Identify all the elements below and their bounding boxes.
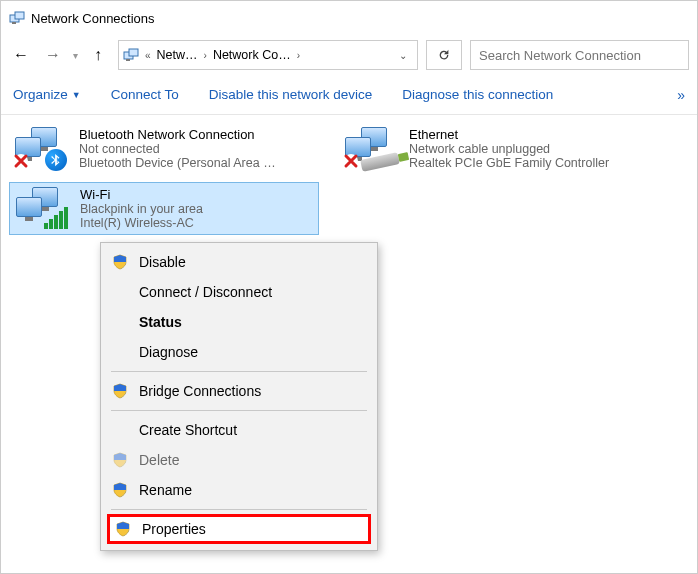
breadcrumb-seg-network[interactable]: Netw… [155,48,200,62]
diagnose-label: Diagnose this connection [402,87,553,102]
up-button[interactable]: ↑ [86,41,110,69]
ctx-status[interactable]: Status [101,307,377,337]
connection-status: Blackpink in your area [80,202,312,216]
organize-menu[interactable]: Organize ▼ [13,87,81,102]
connect-to-button[interactable]: Connect To [111,87,179,102]
shield-icon [111,451,129,469]
dropdown-icon: ▼ [72,90,81,100]
diagnose-connection-button[interactable]: Diagnose this connection [402,87,553,102]
ctx-delete-label: Delete [139,452,179,468]
separator [111,371,367,372]
chevron-right-icon[interactable]: › [295,50,302,61]
connection-item-wifi[interactable]: Wi-Fi Blackpink in your area Intel(R) Wi… [9,182,319,235]
history-dropdown[interactable]: ▾ [73,50,78,61]
connection-item-ethernet[interactable]: Ethernet Network cable unplugged Realtek… [339,123,649,174]
chevron-right-icon[interactable]: › [202,50,209,61]
back-button[interactable]: ← [9,41,33,69]
disable-device-button[interactable]: Disable this network device [209,87,373,102]
disable-device-label: Disable this network device [209,87,373,102]
window-title: Network Connections [31,11,155,26]
app-icon [9,10,25,26]
connection-desc: Intel(R) Wireless-AC [80,216,312,230]
ctx-bridge-label: Bridge Connections [139,383,261,399]
connection-desc: Realtek PCIe GbE Family Controller [409,156,643,170]
content-area: Bluetooth Network Connection Not connect… [1,115,697,243]
context-menu: Disable Connect / Disconnect Status Diag… [100,242,378,551]
breadcrumb-seg-connections[interactable]: Network Co… [211,48,293,62]
connection-text: Wi-Fi Blackpink in your area Intel(R) Wi… [80,187,312,230]
ctx-delete: Delete [101,445,377,475]
ctx-disable[interactable]: Disable [101,247,377,277]
ctx-properties[interactable]: Properties [107,514,371,544]
connection-status: Not connected [79,142,313,156]
forward-button[interactable]: → [41,41,65,69]
breadcrumb-dropdown[interactable]: ⌄ [399,50,407,61]
disconnected-icon [343,153,359,169]
shield-icon [111,481,129,499]
connection-text: Bluetooth Network Connection Not connect… [79,127,313,170]
toolbar-overflow[interactable]: » [677,87,685,103]
connection-name: Bluetooth Network Connection [79,127,313,142]
toolbar: Organize ▼ Connect To Disable this netwo… [1,75,697,115]
separator [111,509,367,510]
ctx-bridge-connections[interactable]: Bridge Connections [101,376,377,406]
ctx-properties-label: Properties [142,521,206,537]
refresh-button[interactable] [426,40,462,70]
bluetooth-icon [45,149,67,171]
wifi-signal-icon [44,207,68,229]
connections-row: Wi-Fi Blackpink in your area Intel(R) Wi… [9,182,689,235]
connection-desc: Bluetooth Device (Personal Area … [79,156,313,170]
breadcrumb-chevron[interactable]: « [143,50,153,61]
ctx-shortcut-label: Create Shortcut [139,422,237,438]
shield-icon [114,520,132,538]
ctx-diagnose[interactable]: Diagnose [101,337,377,367]
addressbar: ← → ▾ ↑ « Netw… › Network Co… › ⌄ [1,35,697,75]
connection-item-bluetooth[interactable]: Bluetooth Network Connection Not connect… [9,123,319,174]
shield-icon [111,253,129,271]
ctx-create-shortcut[interactable]: Create Shortcut [101,415,377,445]
breadcrumb[interactable]: « Netw… › Network Co… › ⌄ [118,40,418,70]
connection-icon [16,187,72,230]
ctx-status-label: Status [139,314,182,330]
search-input[interactable] [470,40,689,70]
breadcrumb-icon [123,47,141,63]
shield-icon [111,382,129,400]
ctx-rename-label: Rename [139,482,192,498]
connection-name: Ethernet [409,127,643,142]
separator [111,410,367,411]
connection-icon [15,127,71,170]
connections-row: Bluetooth Network Connection Not connect… [9,123,689,174]
ctx-rename[interactable]: Rename [101,475,377,505]
ctx-connect-disconnect[interactable]: Connect / Disconnect [101,277,377,307]
organize-label: Organize [13,87,68,102]
connection-status: Network cable unplugged [409,142,643,156]
ctx-connect-label: Connect / Disconnect [139,284,272,300]
titlebar: Network Connections [1,1,697,35]
ctx-diagnose-label: Diagnose [139,344,198,360]
disconnected-icon [13,153,29,169]
connect-to-label: Connect To [111,87,179,102]
connection-name: Wi-Fi [80,187,312,202]
connection-icon [345,127,401,170]
ctx-disable-label: Disable [139,254,186,270]
connection-text: Ethernet Network cable unplugged Realtek… [409,127,643,170]
